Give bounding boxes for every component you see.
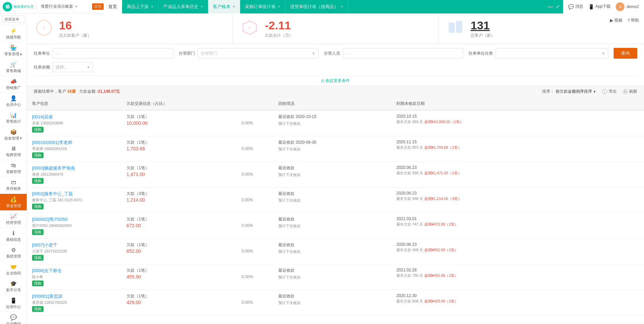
due-date-7: 2020.12.30 [396,293,639,298]
message-btn[interactable]: 💬 消息 [568,4,583,9]
app-download-btn[interactable]: 📱 App下载 [588,4,611,9]
sidebar-item-collab[interactable]: 🤝 企业协同 [0,261,27,278]
tab-1-close[interactable]: ✕ [151,5,153,8]
cell-debt-5: 欠款（1笔） 652.00 [121,239,236,264]
tab-3-active[interactable]: 客户账本 ✕ [208,0,240,13]
sidebar-item-wholesale[interactable]: 📦 批发管理▼ [0,126,27,143]
cell-percent-5: 0.00% [236,239,273,264]
store-selector[interactable]: 母婴行业演示账套 ▼ [37,0,91,13]
sidebar-item-quick-nav[interactable]: ⚡ 快捷导航 [0,25,27,42]
data-table: 客户信息 欠款交易信息（占比） 回收情况 到期未收款日期 [0016]吴俊 吴俊… [27,97,644,316]
sidebar-item-purchase[interactable]: 🛍 采购管理 [0,160,27,177]
sidebar-search-area [0,13,27,25]
next-collect-6: 预计下次收款 [278,275,386,280]
overdue-link-5[interactable]: 超期¥652.00（1笔） [424,248,458,252]
sidebar-item-finance[interactable]: 💰 资金管理 [0,194,27,211]
customer-tag-7: 现购 [32,306,44,312]
sidebar-search-input[interactable] [2,16,25,23]
tab-4[interactable]: 采购订单统计表 ✕ [240,0,285,13]
tab-2[interactable]: 产成品入库单历史 ✕ [159,0,208,13]
due-date-5: 2020.06.23 [396,242,639,247]
overdue-link-6[interactable]: 超期¥455.90（1笔） [424,273,458,277]
window-minimize[interactable]: — [548,4,553,10]
sidebar-item-retail-shop[interactable]: 🛒 零售商城 [0,59,27,76]
window-maximize[interactable]: ⤢ [556,4,560,9]
tab-5[interactable]: 进货单统计表（按商品） ✕ [285,0,348,13]
sidebar-item-inventory[interactable]: 🗃 库存核算 [0,177,27,194]
cell-percent-3: 0.00% [236,187,273,213]
help-btn[interactable]: ? 帮助 [627,18,639,23]
top-right-actions: 💬 消息 📱 App下载 d demo2 [563,0,644,13]
overdue-link-4[interactable]: 超期¥672.00（1笔） [424,222,458,226]
sidebar-item-retail-stats[interactable]: 📊 零售统计 [0,110,27,126]
sidebar-item-system[interactable]: ⚙ 系统管理 [0,244,27,261]
sidebar-item-app-center[interactable]: 📱 应用中心 [0,295,27,312]
balance-filter-select[interactable]: 选择... ▼ [53,62,93,72]
video-btn[interactable]: ▶ 视频 [610,18,622,23]
customer-name-6[interactable]: [0006]去下粮仓 [32,268,116,274]
debt-label-7: 欠款（1笔） [127,293,231,299]
tab-1[interactable]: 商品上下架 ✕ [122,0,159,13]
cell-due-3: 2020.06.23 最长欠款 998 天 超期¥1,214.00（3笔） [391,187,644,213]
due-date-1: 2020.11.15 [396,140,639,144]
customer-filter-input[interactable]: ··· [53,48,173,58]
cell-due-7: 2020.12.30 最长欠款 808 天 超期¥429.00（1笔） [391,290,644,316]
svg-rect-4 [456,21,462,33]
sidebar-item-ecommerce[interactable]: 🖥 电商管理 [0,143,27,160]
overdue-link-3[interactable]: 超期¥1,214.00（3笔） [424,197,461,201]
collapse-bar[interactable]: ⋀ 收起更多条件 [34,76,637,86]
user-avatar-area[interactable]: d demo2 [616,2,639,11]
cell-due-2: 2020.06.23 最长欠款 998 天 超期¥1,471.00（1笔） [391,162,644,187]
sidebar-item-business[interactable]: 📈 经营管理 [0,211,27,228]
username-label: demo2 [626,4,639,9]
refresh-btn[interactable]: ↻ 刷新 [623,89,637,94]
sort-value-btn[interactable]: 按欠款金额倒序排序 ▼ [556,89,596,94]
purchase-icon: 🛍 [11,163,16,169]
customer-name-1[interactable]: [0001020001]李老师 [32,140,116,146]
retail-stats-icon: 📊 [10,112,17,118]
cell-percent-7: 0.00% [236,290,273,316]
tab-3-close[interactable]: ✕ [232,5,235,8]
sidebar-item-retail-mgmt[interactable]: 🏪 零售管理▲ [0,42,27,59]
sidebar-item-basic-info[interactable]: ℹ 基础信息 [0,228,27,244]
tab-2-close[interactable]: ✕ [200,5,203,8]
due-date-0: 2020.10.15 [396,114,639,119]
overdue-link-1[interactable]: 超期¥1,703.68（1笔） [424,145,461,149]
next-collect-4: 预计下次收款 [278,224,386,229]
overdue-link-7[interactable]: 超期¥429.00（1笔） [424,299,458,303]
category-filter-select[interactable]: ▼ [496,48,608,58]
video-icon: ▶ [610,18,613,23]
customer-name-5[interactable]: [0007]小迸千 [32,242,116,248]
customer-name-0[interactable]: [0016]吴俊 [32,114,116,120]
overdue-link-0[interactable]: 超期¥10,000.00（1笔） [424,120,464,124]
overdue-link-2[interactable]: 超期¥1,471.00（1笔） [424,171,461,175]
dept-arrow: ▼ [312,52,315,55]
debt-percent-7: 0.00% [242,300,268,305]
sidebar-item-wechat[interactable]: 💬 企业微信 [0,312,27,324]
person-filter-input[interactable]: ··· [343,48,464,58]
business-icon: 📈 [10,213,17,219]
stat-info-2: -2.11 欠款合计（万） [265,19,293,38]
stat-label-1: 总欠款客户（家） [59,33,91,38]
customer-name-3[interactable]: [0002]服务中心_丁磊 [32,191,116,197]
tab-5-close[interactable]: ✕ [340,5,343,8]
tab-home[interactable]: 首页 [104,0,122,13]
person-dots: ··· [346,51,353,56]
cell-recovery-6: 最近收款 预计下次收款 [273,264,391,290]
debt-amount-4: 672.00 [127,223,231,228]
debt-amount-6: 455.90 [127,274,231,279]
search-button[interactable]: 查询 [614,48,637,59]
customer-name-7[interactable]: [000001]黄思源 [32,293,116,299]
customer-name-4[interactable]: [000002]用户2050 [32,216,116,223]
stat-label-2: 欠款合计（万） [265,33,293,38]
sidebar-item-newbie[interactable]: 🎓 新手引导 [0,278,27,295]
export-btn[interactable]: ↑ 导出 [602,89,617,94]
customer-name-2[interactable]: [0003]畅捷服务尹海燕 [32,165,116,171]
sidebar-item-marketing[interactable]: 📣 营销推广 [0,76,27,93]
stat-value-2: -2.11 [265,19,293,32]
sidebar-item-member-center[interactable]: 👤 会员中心 [0,93,27,110]
dept-filter-select[interactable]: 分管部门 ▼ [198,48,318,58]
last-collect-5: 最近收款 [278,242,386,248]
tab-4-close[interactable]: ✕ [278,5,280,8]
stat-info-3: 131 总客户（家） [471,19,495,38]
